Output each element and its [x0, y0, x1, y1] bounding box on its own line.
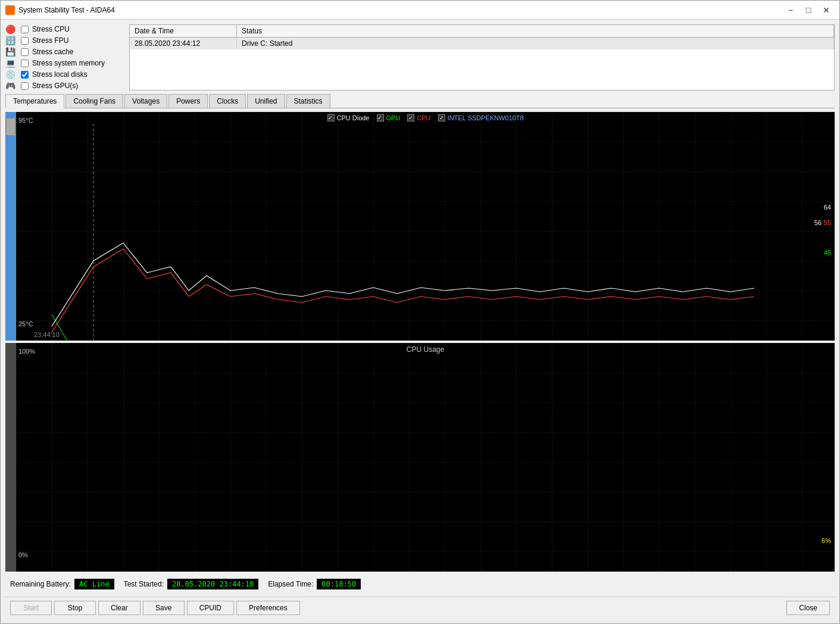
save-button[interactable]: Save — [143, 601, 185, 615]
cpu-icon: 🔴 — [5, 24, 17, 34]
tab-clocks[interactable]: Clocks — [209, 94, 246, 108]
stress-item-fpu: 🔢Stress FPU — [5, 36, 124, 45]
content-area: 🔴Stress CPU🔢Stress FPU💾Stress cache💻Stre… — [1, 20, 839, 623]
cache-icon: 💾 — [5, 47, 17, 57]
start-button[interactable]: Start — [10, 601, 52, 615]
app-icon — [5, 5, 15, 15]
stress-item-cache: 💾Stress cache — [5, 47, 124, 57]
preferences-button[interactable]: Preferences — [236, 601, 300, 615]
elapsed-value: 00:18:50 — [317, 579, 361, 589]
checkbox-cache[interactable] — [21, 48, 29, 56]
checkbox-disk[interactable] — [21, 71, 29, 79]
svg-rect-2 — [16, 343, 835, 572]
log-col-status: Status — [237, 25, 834, 37]
memory-icon: 💻 — [5, 58, 17, 68]
close-button[interactable]: Close — [786, 601, 830, 615]
stress-label-memory: Stress system memory — [32, 59, 105, 67]
maximize-button[interactable]: □ — [800, 4, 817, 17]
stop-button[interactable]: Stop — [54, 601, 96, 615]
log-datetime: 28.05.2020 23:44:12 — [130, 38, 237, 49]
fpu-icon: 🔢 — [5, 36, 17, 45]
stress-label-cache: Stress cache — [32, 48, 73, 56]
battery-label: Remaining Battery: — [10, 580, 71, 588]
tab-cooling-fans[interactable]: Cooling Fans — [65, 94, 123, 108]
button-bar: Start Stop Clear Save CPUID Preferences … — [5, 597, 835, 619]
stress-label-cpu: Stress CPU — [32, 25, 70, 33]
tab-powers[interactable]: Powers — [168, 94, 208, 108]
test-started-label: Test Started: — [124, 580, 164, 588]
battery-value: AC Line — [74, 579, 114, 589]
cpu-chart-container: CPU Usage 100% 0% 6% — [5, 343, 835, 572]
stress-options: 🔴Stress CPU🔢Stress FPU💾Stress cache💻Stre… — [5, 24, 124, 91]
stress-item-cpu: 🔴Stress CPU — [5, 24, 124, 34]
main-window: System Stability Test - AIDA64 − □ ✕ 🔴St… — [0, 0, 840, 624]
window-title: System Stability Test - AIDA64 — [18, 6, 782, 14]
scroll-thumb-temp[interactable] — [6, 118, 15, 136]
checkbox-gpu[interactable] — [21, 82, 29, 90]
tab-statistics[interactable]: Statistics — [286, 94, 330, 108]
gpu-icon: 🎮 — [5, 81, 17, 91]
log-status: Drive C: Started — [237, 38, 834, 49]
checkbox-fpu[interactable] — [21, 37, 29, 45]
log-row: 28.05.2020 23:44:12 Drive C: Started — [130, 38, 834, 49]
tabs-section: Temperatures Cooling Fans Voltages Power… — [5, 94, 835, 108]
minimize-button[interactable]: − — [782, 4, 799, 17]
stress-label-fpu: Stress FPU — [32, 36, 68, 45]
tab-unified[interactable]: Unified — [247, 94, 285, 108]
close-window-button[interactable]: ✕ — [818, 4, 835, 17]
checkbox-memory[interactable] — [21, 60, 29, 67]
test-started-value: 28.05.2020 23:44:10 — [167, 579, 258, 589]
stress-item-gpu: 🎮Stress GPU(s) — [5, 81, 124, 91]
scrollbar-track-temp[interactable] — [5, 112, 16, 341]
clear-button[interactable]: Clear — [98, 601, 140, 615]
elapsed-label: Elapsed Time: — [268, 580, 313, 588]
stress-item-disk: 💿Stress local disks — [5, 70, 124, 79]
cpu-chart-svg — [16, 343, 835, 572]
temp-chart-container: ✓ CPU Diode ✓ GPU ✓ CPU ✓ — [5, 112, 835, 341]
top-section: 🔴Stress CPU🔢Stress FPU💾Stress cache💻Stre… — [5, 24, 835, 91]
battery-status: Remaining Battery: AC Line — [10, 579, 114, 589]
log-col-datetime: Date & Time — [130, 25, 237, 37]
cpuid-button[interactable]: CPUID — [187, 601, 234, 615]
disk-icon: 💿 — [5, 70, 17, 79]
log-table: Date & Time Status 28.05.2020 23:44:12 D… — [129, 24, 835, 91]
tabs-bar: Temperatures Cooling Fans Voltages Power… — [5, 94, 835, 108]
tab-voltages[interactable]: Voltages — [124, 94, 167, 108]
status-bar: Remaining Battery: AC Line Test Started:… — [5, 575, 835, 593]
stress-item-memory: 💻Stress system memory — [5, 58, 124, 68]
window-controls: − □ ✕ — [782, 4, 835, 17]
test-started-status: Test Started: 28.05.2020 23:44:10 — [124, 579, 259, 589]
tab-temperatures[interactable]: Temperatures — [5, 94, 64, 108]
elapsed-status: Elapsed Time: 00:18:50 — [268, 579, 361, 589]
scrollbar-track-cpu[interactable] — [5, 343, 16, 572]
title-bar: System Stability Test - AIDA64 − □ ✕ — [1, 1, 839, 20]
cpu-chart: CPU Usage 100% 0% 6% — [16, 343, 835, 572]
checkbox-cpu[interactable] — [21, 26, 29, 33]
temp-chart-svg — [16, 112, 835, 341]
stress-label-gpu: Stress GPU(s) — [32, 82, 78, 90]
stress-label-disk: Stress local disks — [32, 70, 88, 79]
log-header: Date & Time Status — [130, 25, 834, 38]
temp-chart: ✓ CPU Diode ✓ GPU ✓ CPU ✓ — [16, 112, 835, 341]
charts-area: ✓ CPU Diode ✓ GPU ✓ CPU ✓ — [5, 112, 835, 572]
svg-rect-0 — [16, 112, 835, 341]
